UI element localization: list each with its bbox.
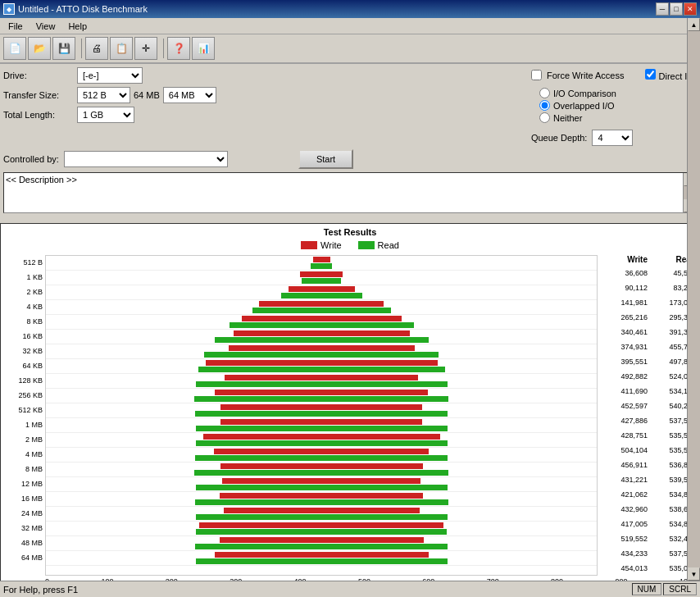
read-bar [196,440,448,446]
write-bar [300,271,343,277]
read-bar [196,514,448,520]
row-label: 32 MB [4,521,45,535]
total-length-label: Total Length: [3,110,77,120]
table-row: 340,461391,315 [602,325,696,340]
table-row: 432,960538,666 [602,502,696,517]
read-bar [196,485,448,490]
row-label: 16 KB [4,329,45,344]
read-bar [311,263,332,269]
write-bar [214,449,429,454]
description-label: << Description >> [6,175,77,185]
write-bar [220,537,424,543]
write-value: 428,751 [602,431,648,440]
toolbar-save[interactable]: 💾 [52,37,75,60]
help-text: For Help, press F1 [3,585,78,595]
radio-overlapped-io[interactable] [539,100,550,111]
queue-depth-select[interactable]: 4 [592,130,633,146]
menu-item-file[interactable]: File [2,20,30,33]
bar-row [46,433,597,448]
write-value: 427,886 [602,417,648,425]
drive-label: Drive: [3,71,77,80]
write-bar [289,286,355,292]
read-bar [194,470,448,476]
write-bar [259,301,384,307]
read-bar [195,544,448,549]
radio-neither-label: Neither [553,113,582,123]
write-bar [220,463,423,469]
read-bar [196,381,448,387]
force-write-checkbox[interactable] [531,70,542,80]
controlled-by-select[interactable] [64,151,228,167]
row-label: 64 MB [4,550,45,565]
toolbar-help[interactable]: ❓ [167,37,190,60]
toolbar-crosshair[interactable]: ✛ [134,37,157,60]
maximize-button[interactable]: □ [670,2,683,16]
drive-select[interactable]: [-e-] [77,67,143,84]
table-row: 504,104535,532 [602,443,696,458]
transfer-size-to[interactable]: 64 MB [163,87,216,103]
toolbar-chart[interactable]: 📊 [192,37,215,60]
read-bar [302,278,341,284]
menu-item-view[interactable]: View [30,20,62,33]
write-value: 504,104 [602,446,648,454]
main-scroll-down[interactable]: ▼ [688,567,700,581]
write-bar [225,375,418,381]
write-bar [222,478,420,484]
radio-io-comparison[interactable] [539,88,550,98]
write-col-header: Write [602,255,648,264]
write-value: 417,005 [602,520,648,528]
table-row: 36,60845,568 [602,266,696,280]
minimize-button[interactable]: ─ [656,2,669,16]
radio-neither[interactable] [539,112,550,123]
menu-item-help[interactable]: Help [61,20,93,33]
toolbar-open[interactable]: 📂 [28,37,51,60]
total-length-select[interactable]: 1 GB [77,107,134,123]
bar-row [46,448,597,463]
read-bar [252,308,391,313]
bar-row [46,507,597,522]
table-row: 421,062534,825 [602,487,696,502]
write-value: 431,221 [602,476,648,484]
toolbar-new[interactable]: 📄 [3,37,26,60]
bar-row [46,330,597,344]
table-row: 90,11283,200 [602,280,696,295]
scrl-indicator: SCRL [663,583,697,595]
write-value: 141,981 [602,298,648,307]
controls-section: Drive: [-e-] Transfer Size: 512 B 64 MB [0,64,700,220]
bar-row [46,300,597,315]
read-bar [194,396,448,402]
start-button[interactable]: Start [298,149,353,169]
write-value: 452,597 [602,402,648,410]
table-row: 454,013535,087 [602,561,696,576]
write-bar [229,345,415,351]
row-label: 8 KB [4,314,45,329]
bar-row [46,463,597,477]
row-label: 8 MB [4,462,45,476]
bar-row [46,285,597,300]
main-scroll-up[interactable]: ▲ [688,18,700,31]
write-value: 456,911 [602,461,648,469]
table-row: 395,551497,811 [602,354,696,369]
write-bar [215,390,428,395]
write-bar [234,330,410,336]
read-bar [196,426,448,431]
write-value: 421,062 [602,490,648,499]
bar-row [46,315,597,330]
bar-row [46,522,597,536]
row-label: 2 KB [4,285,45,299]
menu-bar: File View Help [0,18,700,34]
row-label: 128 KB [4,373,45,388]
read-bar [196,529,447,535]
write-bar [206,360,438,366]
write-bar [203,434,440,440]
transfer-size-from[interactable]: 512 B [77,87,130,103]
main-scroll-track[interactable] [688,31,700,567]
data-table: Write Read 36,60845,56890,11283,200141,9… [598,255,696,576]
close-button[interactable]: ✕ [684,2,697,16]
write-bar [313,257,330,262]
bar-row [46,344,597,359]
read-bar [198,367,445,372]
toolbar-print-preview[interactable]: 📋 [110,37,133,60]
direct-io-checkbox[interactable] [645,69,656,80]
toolbar-print[interactable]: 🖨 [85,37,108,60]
